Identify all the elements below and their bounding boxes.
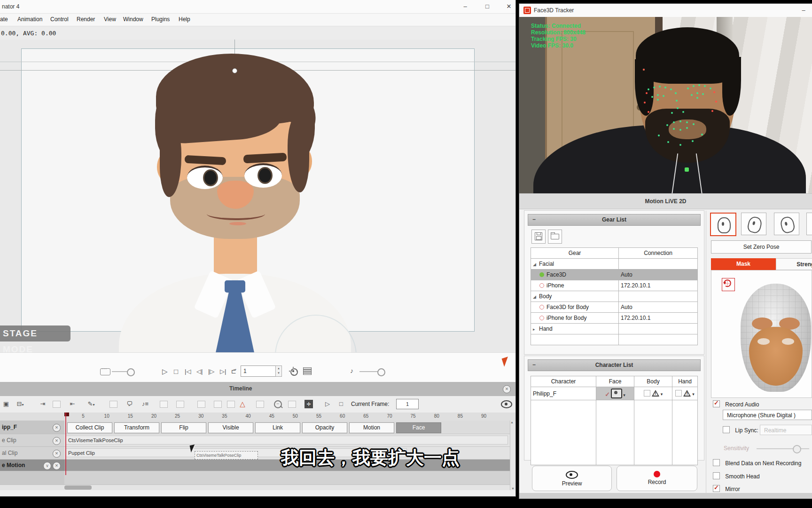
- tracker-minimize-button[interactable]: –: [796, 6, 811, 15]
- bubble-slider-knob[interactable]: [127, 368, 135, 376]
- move-to-out-icon[interactable]: ⇤: [67, 399, 78, 409]
- pose-icon-front[interactable]: [710, 213, 736, 236]
- lip-sync-option[interactable]: Lip Sync:: [723, 426, 758, 434]
- menu-item-render[interactable]: Render: [77, 16, 95, 23]
- edit-clip-icon[interactable]: ✎▾: [86, 399, 96, 409]
- timeline-vertical-scrollbar[interactable]: ▲▼: [510, 421, 515, 490]
- pose-icon-tilt[interactable]: [806, 213, 812, 235]
- track-content[interactable]: CtsVisemeTalkPoseClip: [64, 434, 510, 447]
- character-anchor-point[interactable]: [232, 68, 237, 73]
- speech-tool-icon[interactable]: 🗩: [125, 399, 135, 409]
- menu-item-help[interactable]: Help: [179, 16, 190, 23]
- rotate-3d-button[interactable]: [722, 278, 735, 291]
- collapse-icon[interactable]: –: [531, 362, 537, 368]
- track-content[interactable]: Collect Clip Transform Flip Visible Link…: [64, 421, 510, 434]
- next-frame-button[interactable]: |▷: [208, 368, 214, 375]
- timeline-stop-icon[interactable]: □: [336, 399, 346, 409]
- mirror-checkbox[interactable]: [713, 485, 720, 492]
- gear-row-facial[interactable]: ◢Facial: [531, 259, 698, 270]
- minimize-button[interactable]: –: [458, 2, 472, 11]
- track-close-icon[interactable]: ✕: [53, 437, 61, 445]
- track-expand-icon[interactable]: ∨: [43, 462, 51, 470]
- track-button-flip[interactable]: Flip: [161, 422, 206, 433]
- current-frame-input[interactable]: 1: [396, 399, 419, 409]
- face-assign-cell[interactable]: ✓▾: [596, 387, 634, 400]
- gear-row-iphone-body[interactable]: iPhone for Body 172.20.10.1: [531, 313, 698, 324]
- playhead-line[interactable]: [65, 413, 66, 475]
- volume-note-icon[interactable]: ♪: [350, 367, 353, 374]
- close-button[interactable]: ✕: [502, 2, 515, 11]
- track-row-viseme-clip[interactable]: e Clip ✕ CtsVisemeTalkPoseClip: [0, 434, 515, 447]
- body-checkbox[interactable]: [644, 390, 650, 397]
- body-assign-cell[interactable]: ▾: [634, 387, 672, 400]
- menu-item-control[interactable]: Control: [50, 16, 69, 23]
- menu-item-window[interactable]: Window: [123, 16, 143, 23]
- pose-icon-turn-right[interactable]: [741, 213, 766, 235]
- previous-frame-button[interactable]: ◁|: [196, 368, 203, 375]
- hand-assign-cell[interactable]: ▾: [672, 387, 698, 400]
- load-gear-button[interactable]: [548, 230, 562, 244]
- track-row-character[interactable]: ipp_F ✕ Collect Clip Transform Flip Visi…: [0, 421, 515, 434]
- tab-mask[interactable]: Mask: [711, 258, 776, 270]
- timeline-play-icon[interactable]: ▷: [322, 399, 333, 409]
- fit-timeline-icon[interactable]: ✛: [304, 400, 313, 408]
- frame-spinner[interactable]: ▲▼: [275, 365, 282, 377]
- sensitivity-slider-track[interactable]: [757, 448, 809, 449]
- go-to-start-button[interactable]: |◁: [185, 368, 191, 375]
- play-button[interactable]: ▷: [162, 368, 168, 375]
- preview-button[interactable]: Preview: [532, 466, 612, 491]
- chevron-down-icon[interactable]: ▾: [661, 392, 663, 397]
- timeline-titlebar[interactable]: Timeline ✕: [0, 382, 515, 396]
- loop-button[interactable]: ⊏⃗: [231, 368, 236, 375]
- playback-frame-input[interactable]: 1: [241, 365, 279, 377]
- gear-row-body[interactable]: ◢Body: [531, 291, 698, 302]
- gear-row-face3d-body[interactable]: Face3D for Body Auto: [531, 302, 698, 313]
- gear-row-iphone[interactable]: iPhone 172.20.10.1: [531, 280, 698, 291]
- head-3d-model[interactable]: [741, 284, 811, 392]
- speech-bubble-icon[interactable]: [100, 368, 110, 375]
- track-label-cell[interactable]: ipp_F ✕: [0, 421, 64, 434]
- track-visibility-eye-icon[interactable]: [501, 400, 512, 408]
- smooth-head-option[interactable]: Smooth Head: [713, 472, 760, 480]
- blend-data-option[interactable]: Blend Data on Next Recording: [713, 459, 801, 467]
- track-button-link[interactable]: Link: [255, 422, 300, 433]
- save-gear-button[interactable]: [531, 230, 546, 244]
- microphone-dropdown[interactable]: Microphone (Shure Digital ): [723, 410, 812, 420]
- gear-row-face3d[interactable]: Face3D Auto: [531, 270, 698, 280]
- lip-sync-checkbox[interactable]: [723, 426, 730, 433]
- tab-strength[interactable]: Strength: [776, 258, 812, 270]
- move-to-in-icon[interactable]: ⇥: [38, 399, 48, 409]
- chevron-down-icon[interactable]: ▾: [692, 392, 695, 397]
- render-settings-gear-icon[interactable]: [290, 368, 298, 376]
- track-button-collect-clip[interactable]: Collect Clip: [67, 422, 112, 433]
- go-to-end-button[interactable]: ▷|: [220, 368, 226, 375]
- sensitivity-slider-knob[interactable]: [793, 445, 801, 453]
- gear-list-header[interactable]: – Gear List: [528, 214, 701, 226]
- track-button-motion[interactable]: Motion: [349, 422, 394, 433]
- music-track-icon[interactable]: ♪≡: [140, 399, 150, 409]
- break-clip-icon[interactable]: △: [237, 399, 248, 409]
- viseme-clip-bar[interactable]: CtsVisemeTalkPoseClip: [66, 436, 508, 444]
- render-list-icon[interactable]: [303, 367, 312, 375]
- character-list-header[interactable]: – Character List: [528, 359, 701, 371]
- record-audio-checkbox[interactable]: [713, 400, 720, 407]
- volume-slider-knob[interactable]: [377, 368, 385, 376]
- collapse-icon[interactable]: –: [531, 217, 537, 223]
- menu-item-view[interactable]: View: [104, 16, 116, 23]
- track-close-icon[interactable]: ✕: [53, 450, 61, 458]
- track-layers-icon[interactable]: ⊟▾: [15, 399, 25, 409]
- smooth-head-checkbox[interactable]: [713, 472, 720, 479]
- set-zero-pose-button[interactable]: Set Zero Pose: [711, 240, 812, 254]
- track-button-visible[interactable]: Visible: [208, 422, 253, 433]
- gear-row-hand[interactable]: ▸Hand: [531, 324, 698, 334]
- timeline-ruler[interactable]: 51015202530354045505560657075808590: [0, 413, 515, 421]
- hand-checkbox[interactable]: [675, 390, 682, 397]
- menu-item-plugins[interactable]: Plugins: [151, 16, 170, 23]
- timeline-close-icon[interactable]: ✕: [503, 385, 511, 393]
- stage-canvas[interactable]: STAGE MODE: [0, 40, 515, 352]
- maximize-button[interactable]: □: [480, 2, 494, 11]
- mirror-option[interactable]: Mirror: [713, 485, 740, 492]
- track-close-icon[interactable]: ✕: [53, 424, 61, 432]
- track-label-cell[interactable]: e Motion ∨ ✕: [0, 460, 64, 471]
- scrollbar-thumb[interactable]: [64, 485, 92, 490]
